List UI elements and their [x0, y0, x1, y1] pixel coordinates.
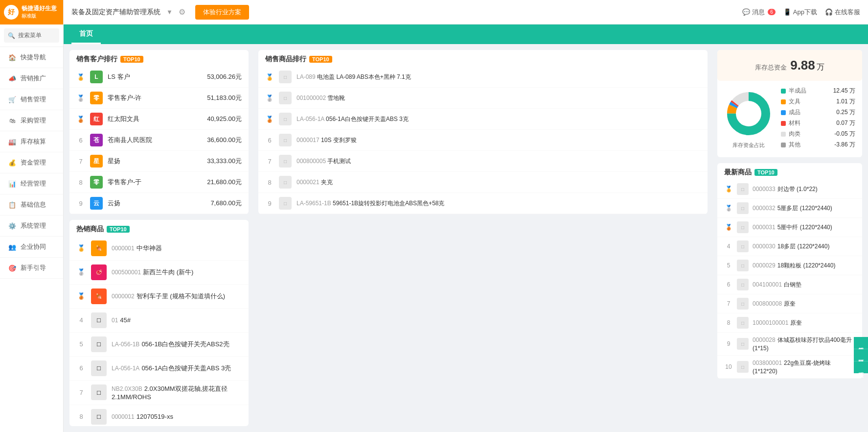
- product-image: □: [737, 298, 749, 310]
- tab-nav: 首页: [64, 24, 868, 44]
- hot-products-card: 热销商品 TOP10 🏅 🍖 0000001中华神器 🥈 🥩 000500001…: [69, 220, 249, 426]
- rank-medal: 🏅: [265, 73, 274, 81]
- table-row: 9 □ LA-59651-1B 59651-1B旋转投影灯电池盒ABS黑色+58…: [258, 193, 708, 214]
- customer-name: 零售客户-于: [108, 178, 202, 187]
- table-row: 8 零 零售客户-于 21,680.00元: [69, 172, 249, 193]
- service-community-button[interactable]: 服务社区: [854, 349, 868, 361]
- sidebar-item-system[interactable]: ⚙️ 系统管理: [0, 216, 63, 237]
- product-info: 0000017 10S 变刹罗狻: [297, 136, 701, 144]
- sidebar-item-marketing[interactable]: 📣 营销推广: [0, 68, 63, 89]
- legend-item: 肉类 -0.05 万: [781, 130, 855, 138]
- product-info: 000800008原奎: [753, 300, 796, 308]
- product-info: 004100001白钢垫: [753, 281, 801, 289]
- sidebar-item-sales[interactable]: 🛒 销售管理: [0, 89, 63, 110]
- legend-dot: [781, 99, 786, 104]
- sidebar-label-finance: 资金管理: [21, 158, 46, 167]
- sidebar-item-inventory[interactable]: 🏭 库存核算: [0, 131, 63, 152]
- customer-name: 零售客户-许: [108, 94, 202, 102]
- main-content: 装备及固定资产辅助管理系统 ▼ ⚙ 体验行业方案 💬 消息 6 📱 App下载 …: [64, 0, 868, 432]
- left-panel: 销售客户排行 TOP10 🏅 L LS 客户 53,006.26元 🥈 零 零售…: [64, 44, 254, 432]
- legend-value: 12.45 万: [833, 87, 855, 95]
- customer-ranking-header: 销售客户排行 TOP10: [69, 50, 249, 67]
- sidebar-item-cooperation[interactable]: 👥 企业协同: [0, 237, 63, 258]
- inventory-unit: 万: [817, 63, 824, 71]
- legend-item: 半成品 12.45 万: [781, 87, 855, 95]
- product-info: 000800005 手机测试: [297, 157, 701, 166]
- table-row: 9 云 云扬 7,680.00元: [69, 193, 249, 214]
- avatar: 星: [90, 155, 103, 168]
- table-row: 4 □ 0145#: [69, 309, 249, 333]
- new-products-title: 最新商品: [724, 168, 752, 177]
- hot-products-header: 热销商品 TOP10: [69, 220, 249, 237]
- rank-number: 6: [76, 137, 85, 144]
- inventory-label: 库存总资金: [755, 64, 787, 71]
- logo-sub: 标准版: [22, 13, 57, 20]
- product-info: 001000002 雪地靴: [297, 94, 701, 102]
- rank-number: 8: [76, 179, 85, 186]
- table-row: 🥈 零 零售客户-许 51,183.00元: [69, 88, 249, 109]
- table-row: 6 □ LA-056-1A056-1A白色按键开关盖ABS 3壳: [69, 357, 249, 381]
- rank-number: 4: [724, 243, 733, 250]
- table-row: 🥈 □ 001000002 雪地靴: [258, 88, 708, 109]
- sidebar-item-operation[interactable]: 📊 经营管理: [0, 173, 63, 194]
- sidebar-label-basic: 基础信息: [21, 200, 46, 209]
- dropdown-icon[interactable]: ▼: [166, 8, 173, 16]
- legend-item: 材料 0.07 万: [781, 119, 855, 127]
- sidebar: 好 畅捷通好生意 标准版 🔍 搜索菜单 🏠 快捷导航 📣 营销推广 🛒 销售管理…: [0, 0, 64, 432]
- customer-ranking-title: 销售客户排行: [76, 55, 117, 64]
- customer-amount: 53,006.26元: [207, 72, 242, 81]
- inventory-value: 9.88: [790, 58, 815, 72]
- product-info: 000500001新西兰牛肉 (新牛): [112, 268, 193, 277]
- product-image: □: [279, 176, 292, 189]
- legend-dot: [781, 110, 786, 115]
- customer-name: 苍南县人民医院: [108, 136, 202, 144]
- trial-button[interactable]: 体验行业方案: [195, 5, 249, 20]
- legend-value: 0.07 万: [836, 119, 855, 127]
- sidebar-item-finance[interactable]: 💰 资金管理: [0, 152, 63, 173]
- live-button[interactable]: 直播: [854, 361, 868, 373]
- product-image: □: [279, 197, 292, 210]
- product-image: 🥩: [91, 264, 107, 280]
- message-badge: 6: [768, 9, 776, 15]
- inventory-card: 库存总资金 9.88 万: [717, 50, 862, 157]
- table-row: 🏅 □ LA-089 电池盖 LA-089 ABS本色+黑种 7.1克: [258, 67, 708, 88]
- sidebar-search-area: 🔍 搜索菜单: [0, 24, 63, 47]
- rank-number: 5: [724, 262, 733, 269]
- new-products-header: 最新商品 TOP10: [717, 163, 862, 180]
- sidebar-label-sales: 销售管理: [21, 95, 46, 104]
- table-row: 🥈 □ 00000325厘多层 (1220*2440): [717, 199, 862, 218]
- rank-number: 9: [76, 200, 85, 207]
- customer-service-button[interactable]: 客服热线: [854, 337, 868, 349]
- message-button[interactable]: 💬 消息 6: [742, 8, 776, 17]
- rank-medal: 🥉: [265, 116, 274, 123]
- info-icon: 📋: [8, 200, 17, 209]
- table-row: 6 □ 004100001白钢垫: [717, 275, 862, 294]
- legend-value: -0.05 万: [834, 130, 855, 138]
- sidebar-item-guide[interactable]: 🎯 新手引导: [0, 258, 63, 279]
- gear-icon[interactable]: ⚙: [179, 7, 185, 17]
- sidebar-item-purchase[interactable]: 🛍 采购管理: [0, 110, 63, 131]
- donut-chart-container: 库存资金占比 半成品 12.45 万 文具 1.01 万: [717, 81, 862, 157]
- topbar: 装备及固定资产辅助管理系统 ▼ ⚙ 体验行业方案 💬 消息 6 📱 App下载 …: [64, 0, 868, 24]
- product-info: LA-089 电池盖 LA-089 ABS本色+黑种 7.1克: [297, 73, 701, 81]
- avatar: 零: [90, 176, 103, 189]
- sidebar-item-quick-nav[interactable]: 🏠 快捷导航: [0, 47, 63, 68]
- customer-name: 云扬: [108, 199, 206, 208]
- product-info: 0000033封边带 (1.0*22): [753, 185, 818, 193]
- sidebar-item-basic[interactable]: 📋 基础信息: [0, 194, 63, 216]
- product-image: □: [737, 260, 749, 271]
- legend-name: 肉类: [789, 130, 831, 138]
- app-download-button[interactable]: 📱 App下载: [783, 8, 817, 17]
- rank-medal: 🏅: [724, 186, 733, 192]
- tab-home-label: 首页: [79, 29, 93, 38]
- logo-name: 畅捷通好生意: [22, 5, 57, 13]
- legend-name: 文具: [789, 97, 833, 106]
- tab-home[interactable]: 首页: [71, 24, 101, 44]
- sales-product-title: 销售商品排行: [265, 55, 306, 64]
- online-service-button[interactable]: 🎧 在线客服: [825, 8, 860, 17]
- legend-name: 材料: [789, 119, 833, 127]
- home-icon: 🏠: [8, 53, 17, 62]
- online-service-label: 在线客服: [835, 8, 860, 17]
- page-body: 销售客户排行 TOP10 🏅 L LS 客户 53,006.26元 🥈 零 零售…: [64, 44, 868, 432]
- search-menu-button[interactable]: 🔍 搜索菜单: [4, 28, 59, 43]
